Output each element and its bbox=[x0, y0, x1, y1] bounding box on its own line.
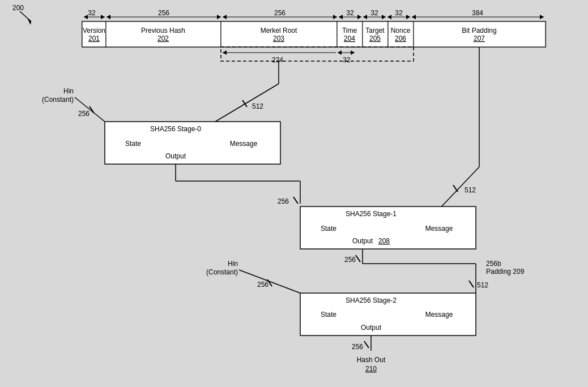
sub-width-224: 224 bbox=[272, 56, 283, 64]
hash-out-ref: 210 bbox=[365, 365, 377, 373]
version-ref: 201 bbox=[88, 35, 100, 42]
prev-hash-ref: 202 bbox=[157, 35, 169, 42]
stage1-wire-512: 512 bbox=[465, 186, 476, 194]
stage1-message: Message bbox=[425, 225, 453, 233]
padding-ref: Padding 209 bbox=[486, 268, 525, 276]
stage2-message: Message bbox=[425, 311, 453, 319]
bit-padding-ref: 207 bbox=[474, 35, 485, 42]
hash-out-label: Hash Out bbox=[357, 356, 386, 364]
stage1-out-wire-256: 256 bbox=[344, 256, 356, 264]
stage1-title: SHA256 Stage-1 bbox=[346, 210, 397, 218]
stage0-state: State bbox=[125, 140, 141, 148]
merkel-root-label: Merkel Root bbox=[261, 27, 297, 35]
diagram: 200 32 256 256 32 32 32 384 Version 201 … bbox=[0, 0, 588, 387]
bit-padding-label: Bit Padding bbox=[462, 27, 496, 35]
width-32-1: 32 bbox=[88, 9, 96, 17]
merkel-root-ref: 203 bbox=[273, 35, 284, 42]
stage1-state: State bbox=[321, 225, 336, 233]
stage0-output: Output bbox=[165, 152, 186, 160]
stage0-message: Message bbox=[230, 140, 258, 148]
width-384: 384 bbox=[472, 9, 483, 17]
sub-width-32: 32 bbox=[343, 56, 351, 64]
target-ref: 205 bbox=[369, 35, 381, 42]
nonce-label: Nonce bbox=[391, 27, 411, 35]
stage2-hin-wire-256: 256 bbox=[257, 281, 269, 289]
stage1-output: Output bbox=[352, 237, 373, 245]
nonce-ref: 206 bbox=[395, 35, 406, 42]
width-32-2: 32 bbox=[346, 9, 354, 17]
stage2-output: Output bbox=[361, 324, 382, 332]
stage2-wire-512: 512 bbox=[477, 281, 488, 289]
stage2-out-wire-256: 256 bbox=[352, 343, 363, 351]
time-label: Time bbox=[342, 27, 357, 35]
stage2-title: SHA256 Stage-2 bbox=[346, 296, 397, 304]
stage0-hin-sub: (Constant) bbox=[42, 96, 74, 104]
time-ref: 204 bbox=[344, 35, 355, 42]
width-256-2: 256 bbox=[274, 9, 286, 17]
stage2-hin-sub: (Constant) bbox=[206, 268, 238, 276]
stage0-wire-512: 512 bbox=[252, 102, 263, 110]
stage0-hin-label: Hin bbox=[63, 87, 74, 95]
stage2-hin-label: Hin bbox=[228, 260, 238, 268]
stage0-wire-256: 256 bbox=[78, 110, 90, 118]
width-32-4: 32 bbox=[395, 9, 403, 17]
target-label: Target bbox=[365, 27, 385, 35]
stage1-wire-256: 256 bbox=[278, 197, 289, 205]
version-label: Version bbox=[83, 27, 105, 35]
width-256-1: 256 bbox=[158, 9, 169, 17]
stage1-output-ref: 208 bbox=[378, 237, 390, 245]
width-32-3: 32 bbox=[370, 9, 378, 17]
stage2-state: State bbox=[321, 311, 336, 319]
svg-rect-0 bbox=[0, 0, 588, 387]
padding-256b-label: 256b bbox=[486, 260, 501, 268]
stage0-title: SHA256 Stage-0 bbox=[150, 125, 201, 133]
prev-hash-label: Previous Hash bbox=[141, 27, 185, 35]
diagram-label: 200 bbox=[12, 4, 24, 12]
